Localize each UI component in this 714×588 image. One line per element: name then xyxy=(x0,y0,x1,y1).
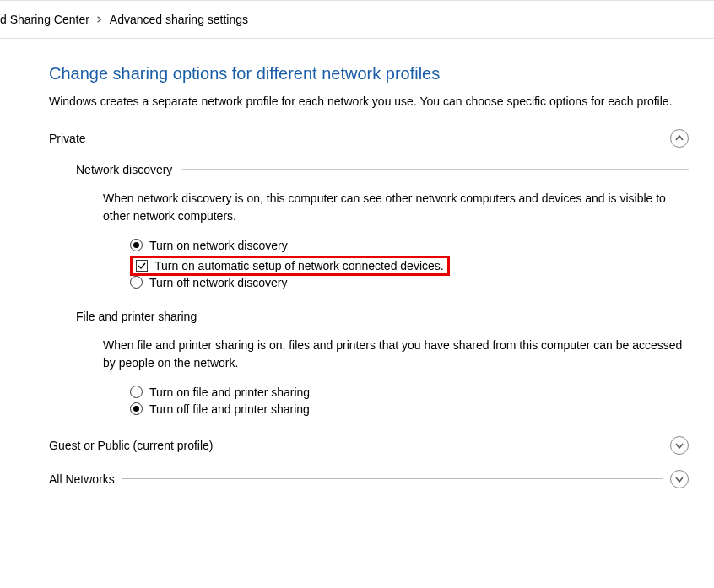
breadcrumb-item-advanced-sharing[interactable]: Advanced sharing settings xyxy=(110,13,248,26)
divider xyxy=(220,445,663,445)
collapse-button-private[interactable] xyxy=(670,129,689,148)
section-all-networks-label: All Networks xyxy=(49,472,115,486)
checkbox-auto-setup[interactable]: Turn on automatic setup of network conne… xyxy=(136,259,444,272)
radio-turn-on-network-discovery[interactable]: Turn on network discovery xyxy=(130,239,689,252)
radio-turn-on-file-printer[interactable]: Turn on file and printer sharing xyxy=(130,386,689,399)
radio-label: Turn on network discovery xyxy=(149,239,288,252)
subsection-network-discovery: Network discovery When network discovery… xyxy=(76,163,689,289)
content-area: Change sharing options for different net… xyxy=(0,39,714,529)
page-description: Windows creates a separate network profi… xyxy=(49,94,689,111)
chevron-up-icon xyxy=(675,134,684,143)
file-printer-radio-group: Turn on file and printer sharing Turn of… xyxy=(130,386,689,416)
breadcrumb-item-sharing-center[interactable]: d Sharing Center xyxy=(0,13,89,26)
file-printer-description: When file and printer sharing is on, fil… xyxy=(103,337,689,372)
section-private-header[interactable]: Private xyxy=(49,129,689,148)
radio-icon xyxy=(130,276,143,289)
file-printer-label: File and printer sharing xyxy=(76,310,197,323)
radio-label: Turn off file and printer sharing xyxy=(149,402,310,416)
breadcrumb: d Sharing Center Advanced sharing settin… xyxy=(0,0,714,39)
radio-icon xyxy=(130,239,143,251)
page-title: Change sharing options for different net… xyxy=(49,64,689,84)
checkbox-icon xyxy=(136,260,148,272)
divider xyxy=(122,478,663,479)
chevron-down-icon xyxy=(675,475,684,483)
section-guest-public-header[interactable]: Guest or Public (current profile) xyxy=(49,436,689,455)
section-all-networks-header[interactable]: All Networks xyxy=(49,470,689,488)
expand-button-all-networks[interactable] xyxy=(670,470,689,488)
subsection-header-network-discovery: Network discovery xyxy=(76,163,689,176)
divider xyxy=(207,316,689,316)
section-private-label: Private xyxy=(49,132,86,145)
subsection-header-file-printer: File and printer sharing xyxy=(76,310,689,323)
radio-turn-off-file-printer[interactable]: Turn off file and printer sharing xyxy=(130,402,689,416)
network-discovery-radio-group: Turn on network discovery Turn on automa… xyxy=(130,239,689,289)
subsection-file-printer-sharing: File and printer sharing When file and p… xyxy=(76,310,689,416)
expand-button-guest-public[interactable] xyxy=(670,436,689,455)
divider xyxy=(182,169,689,170)
network-discovery-description: When network discovery is on, this compu… xyxy=(103,190,689,225)
checkmark-icon xyxy=(138,262,146,270)
radio-icon xyxy=(130,386,143,398)
radio-icon xyxy=(130,402,143,415)
divider xyxy=(93,138,663,138)
network-discovery-label: Network discovery xyxy=(76,163,172,176)
chevron-right-icon xyxy=(96,14,103,24)
highlight-annotation: Turn on automatic setup of network conne… xyxy=(130,256,450,276)
radio-label: Turn off network discovery xyxy=(149,276,287,289)
section-guest-public-label: Guest or Public (current profile) xyxy=(49,439,214,452)
radio-turn-off-network-discovery[interactable]: Turn off network discovery xyxy=(130,276,689,289)
checkbox-label: Turn on automatic setup of network conne… xyxy=(154,259,444,272)
chevron-down-icon xyxy=(675,441,684,450)
radio-label: Turn on file and printer sharing xyxy=(149,386,310,399)
